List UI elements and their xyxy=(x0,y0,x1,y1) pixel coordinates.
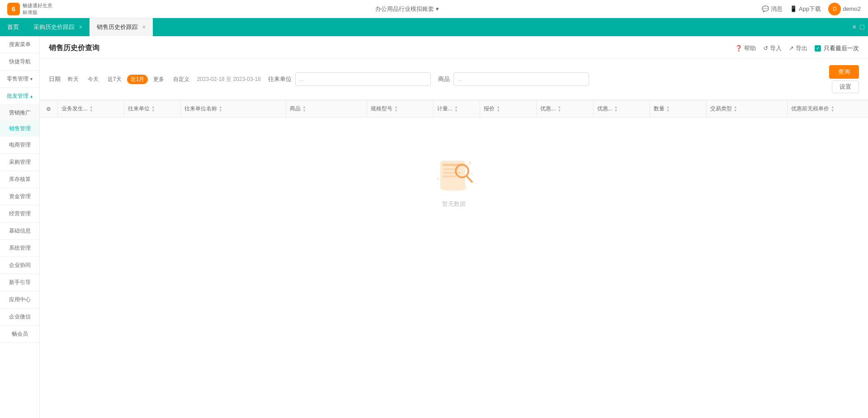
sidebar-item-system[interactable]: 系统管理 xyxy=(0,240,39,257)
sort-icon: ▲▼ xyxy=(496,105,500,113)
th-date[interactable]: 业务发生... ▲▼ xyxy=(58,100,124,117)
only-last-checkbox[interactable]: ✓ 只看最后一次 xyxy=(815,44,859,52)
import-icon: ↺ xyxy=(763,45,768,52)
logo-text: 畅捷通好生意 标准版 xyxy=(23,2,52,15)
tab-sales-close[interactable]: × xyxy=(142,24,146,30)
page-title: 销售历史价查询 xyxy=(49,43,99,53)
mobile-icon: 📱 xyxy=(790,5,797,12)
tab-sales-history[interactable]: 销售历史价跟踪 × xyxy=(90,18,153,36)
window-close-btn[interactable]: × xyxy=(852,23,856,31)
th-product[interactable]: 商品 ▲▼ xyxy=(286,100,367,117)
sort-icon: ▲▼ xyxy=(557,105,561,113)
date-label: 日期 xyxy=(49,75,61,83)
th-price[interactable]: 报价 ▲▼ xyxy=(480,100,537,117)
sidebar-item-sales-mgmt[interactable]: 销售管理 xyxy=(0,121,39,137)
filter-actions: 查询 设置 xyxy=(829,65,859,93)
checkbox-icon: ✓ xyxy=(815,45,821,52)
date-range: 2023-02-18 至 2023-03-18 xyxy=(197,76,260,83)
user-profile[interactable]: D demo2 xyxy=(828,3,861,15)
sidebar-item-app-center[interactable]: 应用中心 xyxy=(0,291,39,309)
chevron-up-icon: ▴ xyxy=(30,94,33,99)
sidebar-item-marketing[interactable]: 营销推广 xyxy=(0,105,39,121)
th-discount2[interactable]: 优惠... ▲▼ xyxy=(594,100,650,117)
sidebar-item-basic-info[interactable]: 基础信息 xyxy=(0,223,39,240)
top-bar: 6 畅捷通好生意 标准版 办公用品行业模拟账套 ▾ 💬 消息 📱 App下载 D… xyxy=(0,0,868,18)
sidebar: 搜索菜单 快捷导航 零售管理 ▾ 批发管理 ▴ 营销推广 销售管理 电商管理 采… xyxy=(0,36,40,418)
th-trade-type[interactable]: 交易类型 ▲▼ xyxy=(707,100,788,117)
th-qty[interactable]: 数量 ▲▼ xyxy=(650,100,707,117)
empty-text: 暂无数据 xyxy=(442,200,466,208)
gear-icon: ⚙ xyxy=(46,106,51,112)
sidebar-item-enterprise[interactable]: 企业协同 xyxy=(0,257,39,274)
svg-point-10 xyxy=(471,173,473,175)
unit-input[interactable]: ... xyxy=(295,72,431,86)
unit-filter-group: 往来单位 ... xyxy=(268,72,431,86)
date-filter-group: 日期 昨天 今天 近7天 近1月 更多 自定义 2023-02-18 至 202… xyxy=(49,75,261,84)
chevron-down-icon: ▾ xyxy=(436,5,439,12)
product-input[interactable]: ... xyxy=(453,72,589,86)
page-header-actions: ❓ 帮助 ↺ 导入 ↗ 导出 ✓ 只看最后一次 xyxy=(735,44,859,52)
sidebar-item-ecommerce[interactable]: 电商管理 xyxy=(0,137,39,154)
page-header: 销售历史价查询 ❓ 帮助 ↺ 导入 ↗ 导出 ✓ xyxy=(40,36,868,59)
svg-rect-5 xyxy=(443,176,456,177)
sort-icon: ▲▼ xyxy=(831,105,835,113)
tab-purchase-close[interactable]: × xyxy=(79,24,82,30)
sidebar-item-member[interactable]: 畅会员 xyxy=(0,326,39,343)
date-tab-more[interactable]: 更多 xyxy=(150,75,168,84)
product-label: 商品 xyxy=(438,75,450,83)
sidebar-item-guide[interactable]: 新手引导 xyxy=(0,274,39,291)
chevron-down-icon: ▾ xyxy=(30,76,33,81)
settings-button[interactable]: 设置 xyxy=(832,81,859,93)
sidebar-quick-nav[interactable]: 快捷导航 xyxy=(0,53,39,71)
sidebar-item-retail[interactable]: 零售管理 ▾ xyxy=(0,71,39,88)
th-unit[interactable]: 计量... ▲▼ xyxy=(434,100,480,117)
help-icon: ❓ xyxy=(735,45,742,52)
date-tab-1month[interactable]: 近1月 xyxy=(127,75,148,84)
th-gear[interactable]: ⚙ xyxy=(40,100,58,117)
svg-rect-4 xyxy=(443,172,461,174)
import-action[interactable]: ↺ 导入 xyxy=(763,44,782,52)
query-button[interactable]: 查询 xyxy=(829,65,859,79)
date-tab-7days[interactable]: 近7天 xyxy=(104,75,125,84)
product-filter-group: 商品 ... xyxy=(438,72,589,86)
content-area: 销售历史价查询 ❓ 帮助 ↺ 导入 ↗ 导出 ✓ xyxy=(40,36,868,418)
sort-icon: ▲▼ xyxy=(666,105,670,113)
empty-state: 暂无数据 xyxy=(40,118,868,244)
date-tab-custom[interactable]: 自定义 xyxy=(170,75,193,84)
message-icon: 💬 xyxy=(762,5,769,12)
unit-input-placeholder: ... xyxy=(299,76,304,82)
filter-row: 日期 昨天 今天 近7天 近1月 更多 自定义 2023-02-18 至 202… xyxy=(49,65,859,93)
th-unit-code[interactable]: 往来单位 ▲▼ xyxy=(124,100,181,117)
tab-bar: 首页 采购历史价跟踪 × 销售历史价跟踪 × × □ xyxy=(0,18,868,36)
sidebar-item-wholesale[interactable]: 批发管理 ▴ xyxy=(0,88,39,105)
date-tab-yesterday[interactable]: 昨天 xyxy=(64,75,82,84)
sidebar-item-inventory[interactable]: 库存核算 xyxy=(0,171,39,188)
th-spec[interactable]: 规格型号 ▲▼ xyxy=(367,100,434,117)
th-notax-price[interactable]: 优惠前无税单价 ▲▼ xyxy=(788,100,868,117)
sidebar-item-operations[interactable]: 经营管理 xyxy=(0,205,39,223)
app-download-action[interactable]: 📱 App下载 xyxy=(790,5,821,13)
sort-icon: ▲▼ xyxy=(219,105,222,113)
window-maximize-btn[interactable]: □ xyxy=(860,23,864,31)
export-icon: ↗ xyxy=(789,45,794,52)
tab-purchase-history[interactable]: 采购历史价跟踪 × xyxy=(26,18,90,36)
message-action[interactable]: 💬 消息 xyxy=(762,5,783,13)
th-unit-name[interactable]: 往来单位名称 ▲▼ xyxy=(181,100,286,117)
sidebar-search[interactable]: 搜索菜单 xyxy=(0,36,39,53)
tab-home[interactable]: 首页 xyxy=(0,18,26,36)
page-container: 销售历史价查询 ❓ 帮助 ↺ 导入 ↗ 导出 ✓ xyxy=(40,36,868,418)
date-tabs: 昨天 今天 近7天 近1月 更多 自定义 xyxy=(64,75,193,84)
sort-icon: ▲▼ xyxy=(302,105,306,113)
workspace-area[interactable]: 办公用品行业模拟账套 ▾ xyxy=(375,5,439,13)
sidebar-wholesale-submenu: 营销推广 销售管理 xyxy=(0,105,39,137)
sidebar-item-finance[interactable]: 资金管理 xyxy=(0,188,39,205)
workspace-select[interactable]: 办公用品行业模拟账套 ▾ xyxy=(375,5,439,13)
th-discount1[interactable]: 优惠... ▲▼ xyxy=(537,100,593,117)
sidebar-item-wechat[interactable]: 企业微信 xyxy=(0,309,39,326)
unit-label: 往来单位 xyxy=(268,75,292,83)
date-tab-today[interactable]: 今天 xyxy=(84,75,102,84)
help-action[interactable]: ❓ 帮助 xyxy=(735,44,756,52)
table-container: ⚙ 业务发生... ▲▼ 往来单位 ▲▼ 往来单位名称 ▲▼ xyxy=(40,100,868,244)
sidebar-item-purchase[interactable]: 采购管理 xyxy=(0,154,39,171)
export-action[interactable]: ↗ 导出 xyxy=(789,44,807,52)
